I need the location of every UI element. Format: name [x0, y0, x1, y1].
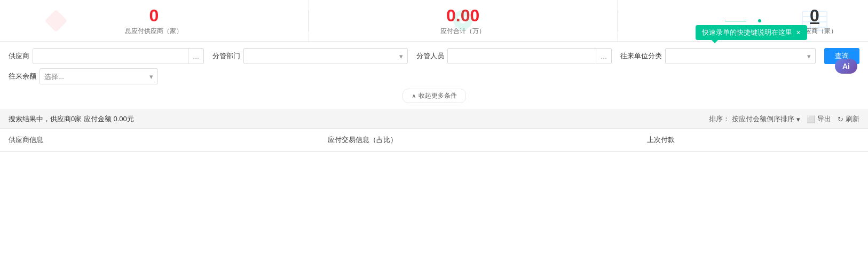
- supplier-dots-button[interactable]: ...: [188, 49, 203, 64]
- filter-dept: 分管部门 ▾: [212, 48, 408, 64]
- pig-icon: [447, 5, 479, 37]
- summary-item-payable-total: 0.00 应付合计（万）: [309, 0, 618, 41]
- refresh-label: 刷新: [846, 114, 859, 124]
- col-header-lastpay: 上次付款: [647, 135, 860, 145]
- person-dots-button[interactable]: ...: [596, 49, 611, 64]
- export-icon: ⬜: [807, 115, 815, 123]
- refresh-icon: ↻: [838, 115, 843, 123]
- sort-selector[interactable]: 排序： 按应付会额倒序排序 ▾: [709, 114, 800, 124]
- result-bar: 搜索结果中，供应商0家 应付金额 0.00元 排序： 按应付会额倒序排序 ▾ ⬜…: [0, 110, 868, 129]
- balance-dropdown-arrow[interactable]: ▾: [145, 73, 157, 81]
- tooltip-close-button[interactable]: ×: [796, 29, 801, 36]
- payable-suppliers-label: 总应付供应商（家）: [125, 27, 183, 36]
- summary-bar: 0 总应付供应商（家） 0.00 应付合计（万） 快速录单的快捷键说明在这里 ×: [0, 0, 868, 42]
- dept-select-wrapper: ▾: [243, 48, 408, 64]
- filter-row-2: 往来余额 ▾: [9, 68, 859, 84]
- balance-select-wrapper: ▾: [40, 68, 158, 84]
- filter-row-1: 供应商 ... 分管部门 ▾ 分管人员 ...: [9, 48, 859, 64]
- person-input-wrapper: ...: [447, 48, 612, 64]
- collapse-label: 收起更多条件: [419, 91, 457, 100]
- supplier-input-wrapper: ...: [33, 48, 204, 64]
- supplier-label: 供应商: [9, 51, 29, 61]
- table-header: 供应商信息 应付交易信息（占比） 上次付款: [0, 129, 868, 152]
- collapse-row: ∧ 收起更多条件: [9, 89, 859, 103]
- table-body: [0, 152, 868, 275]
- person-label: 分管人员: [416, 51, 444, 61]
- supplier-input[interactable]: [33, 50, 188, 63]
- svg-point-3: [458, 16, 461, 19]
- sort-arrow-icon: ▾: [796, 115, 800, 123]
- col-header-supplier: 供应商信息: [9, 135, 328, 145]
- sort-value: 按应付会额倒序排序: [732, 114, 794, 124]
- unit-label: 往来单位分类: [620, 51, 662, 61]
- svg-point-5: [460, 20, 465, 23]
- dept-label: 分管部门: [212, 51, 240, 61]
- svg-point-2: [457, 24, 468, 30]
- tooltip-line: [725, 21, 746, 21]
- filter-balance: 往来余额 ▾: [9, 68, 158, 84]
- summary-item-payable-suppliers: 0 总应付供应商（家）: [0, 0, 309, 41]
- dept-input[interactable]: [244, 50, 395, 63]
- svg-point-4: [464, 16, 468, 19]
- balance-label: 往来余额: [9, 72, 36, 81]
- col-header-payable: 应付交易信息（占比）: [328, 135, 647, 145]
- ai-badge-button[interactable]: Ai: [835, 59, 857, 74]
- result-actions: 排序： 按应付会额倒序排序 ▾ ⬜ 导出 ↻ 刷新: [709, 114, 859, 124]
- dept-dropdown-arrow[interactable]: ▾: [395, 52, 407, 60]
- unit-select-wrapper: ▾: [665, 48, 816, 64]
- result-info-text: 搜索结果中，供应商0家 应付金额 0.00元: [9, 114, 134, 124]
- sort-label: 排序：: [709, 114, 730, 124]
- filter-supplier: 供应商 ...: [9, 48, 204, 64]
- filter-bar: 供应商 ... 分管部门 ▾ 分管人员 ...: [0, 42, 868, 110]
- diamond-icon: [43, 7, 69, 34]
- tooltip-text: 快速录单的快捷键说明在这里: [702, 28, 792, 37]
- tooltip-bubble: 快速录单的快捷键说明在这里 ×: [696, 25, 807, 40]
- divider-2: [618, 10, 618, 32]
- export-button[interactable]: ⬜ 导出: [807, 114, 831, 124]
- balance-input[interactable]: [40, 70, 145, 83]
- unit-input[interactable]: [666, 50, 803, 63]
- filter-unit: 往来单位分类 ▾: [620, 48, 816, 64]
- person-input[interactable]: [448, 50, 596, 63]
- collapse-up-icon: ∧: [412, 92, 416, 100]
- filter-person: 分管人员 ...: [416, 48, 612, 64]
- svg-rect-0: [45, 9, 67, 32]
- payable-suppliers-count: 0: [149, 5, 159, 26]
- export-label: 导出: [817, 114, 831, 124]
- collapse-button[interactable]: ∧ 收起更多条件: [403, 89, 466, 103]
- unit-dropdown-arrow[interactable]: ▾: [803, 52, 815, 60]
- refresh-button[interactable]: ↻ 刷新: [838, 114, 859, 124]
